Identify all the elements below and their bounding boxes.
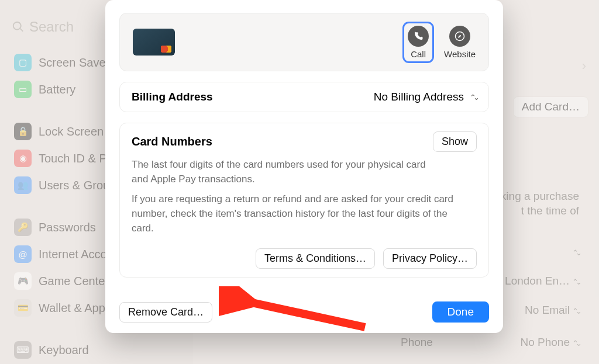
terms-button[interactable]: Terms & Conditions… [256,248,375,269]
website-label: Website [444,49,476,59]
compass-icon [449,26,470,47]
updown-icon: ⌃⌄ [470,93,477,102]
website-button[interactable]: Website [444,26,476,59]
card-numbers-section: Card Numbers Show The last four digits o… [119,123,489,278]
card-header-row: Call Website [119,13,489,71]
billing-label: Billing Address [132,91,213,103]
card-numbers-desc-1: The last four digits of the card numbers… [132,158,435,186]
show-button[interactable]: Show [433,131,477,152]
billing-address-row[interactable]: Billing Address No Billing Address ⌃⌄ [119,82,489,112]
card-detail-sheet: Call Website Billing Address No Billing … [105,0,503,333]
card-art-icon [133,29,175,56]
call-button[interactable]: Call [404,23,432,61]
done-button[interactable]: Done [432,301,489,323]
privacy-button[interactable]: Privacy Policy… [383,248,477,269]
billing-value: No Billing Address [374,91,464,103]
remove-card-button[interactable]: Remove Card… [119,302,212,323]
card-numbers-title: Card Numbers [132,135,212,148]
call-label: Call [411,49,426,59]
card-numbers-desc-2: If you are requesting a return or refund… [132,192,463,235]
phone-icon [408,26,429,47]
